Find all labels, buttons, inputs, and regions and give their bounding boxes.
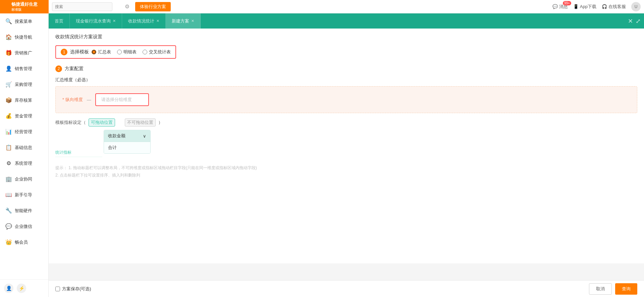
- maximize-icon[interactable]: ⤢: [636, 17, 641, 25]
- radio-detail-input[interactable]: [117, 50, 122, 54]
- cancel-button[interactable]: 取消: [589, 283, 612, 295]
- stats-area: 统计指标 收款金额 ∨ 合计: [55, 130, 637, 159]
- trial-button[interactable]: 体验行业方案: [135, 2, 171, 11]
- dim-section: 汇总维度（必选） * 纵向维度 — 请选择分组维度: [55, 77, 637, 113]
- search-area: [52, 2, 119, 11]
- sidebar-item-hardware[interactable]: 🔧 智能硬件: [0, 203, 48, 218]
- app-logo: 畅捷通好生意 标准版: [0, 0, 49, 13]
- radio-detail-label: 明细表: [123, 49, 137, 55]
- sidebar-item-search[interactable]: 🔍 搜索菜单: [0, 13, 48, 29]
- money-icon: 💰: [5, 113, 12, 119]
- sidebar-item-guide[interactable]: 📖 新手引导: [0, 187, 48, 203]
- tab-home[interactable]: 首页: [49, 13, 70, 29]
- step2-num: 2: [55, 65, 62, 72]
- col-dropdown-arrow[interactable]: ∨: [143, 134, 146, 139]
- tab-bar: 首页 现金银行流水查询 ✕ 收款情况统计 ✕ 新建方案 ✕ ✕ ⤢: [49, 13, 644, 29]
- radio-cross-label: 交叉统计表: [149, 49, 171, 55]
- sidebar-item-purchase[interactable]: 🛒 采购管理: [0, 77, 48, 92]
- tab-cashflow-label: 现金银行流水查询: [76, 18, 111, 24]
- step2-label: 方案配置: [65, 66, 84, 72]
- message-badge[interactable]: 💬 消息 99+: [552, 4, 568, 10]
- page-title: 收款情况统计方案设置: [55, 34, 637, 40]
- query-button[interactable]: 查询: [615, 283, 637, 295]
- sidebar-item-finance[interactable]: 💰 资金管理: [0, 108, 48, 124]
- indicator-table: 收款金额 ∨ 合计: [104, 130, 151, 154]
- tab-receipt-label: 收款情况统计: [128, 18, 154, 24]
- wechat-icon: 💬: [5, 223, 12, 230]
- dim-title: 汇总维度（必选）: [55, 77, 637, 83]
- service-label: 在线客服: [608, 4, 626, 10]
- sidebar-item-system[interactable]: ⚙ 系统管理: [0, 155, 48, 171]
- search-input[interactable]: [52, 2, 112, 11]
- sidebar-item-label: 企业协同: [15, 176, 32, 182]
- sidebar-item-enterprise[interactable]: 🏢 企业协同: [0, 171, 48, 187]
- sidebar-item-member[interactable]: 👑 畅会员: [0, 234, 48, 250]
- sidebar-item-marketing[interactable]: 🎁 营销推广: [0, 45, 48, 61]
- sidebar-item-nav[interactable]: 🏠 快捷导航: [0, 29, 48, 45]
- sidebar-item-management[interactable]: 📊 经营管理: [0, 124, 48, 140]
- dim-placeholder: 请选择分组维度: [101, 97, 132, 102]
- tab-receipt[interactable]: 收款情况统计 ✕: [122, 13, 166, 29]
- radio-detail[interactable]: 明细表: [117, 49, 137, 55]
- dim-title-text: 汇总维度（必选）: [55, 77, 90, 82]
- sidebar-icon-1[interactable]: 👤: [4, 284, 13, 293]
- save-checkbox[interactable]: [55, 287, 60, 291]
- radio-summary-input[interactable]: [92, 50, 96, 54]
- save-option[interactable]: 方案保存(可选): [55, 286, 91, 292]
- radio-summary[interactable]: 汇总表: [92, 49, 111, 55]
- tab-receipt-close[interactable]: ✕: [156, 19, 159, 23]
- page-content: 收款情况统计方案设置 1 选择模板 汇总表: [49, 29, 644, 280]
- sidebar-icon-2[interactable]: ⚡: [17, 284, 26, 293]
- download-label: App下载: [580, 4, 596, 10]
- service-link[interactable]: 🎧 在线客服: [602, 4, 626, 10]
- tips-section: 提示： 1. 拖动标题栏可以调整布局，不可跨维度或指标区域拖动栏目字段(只能在同…: [55, 164, 637, 179]
- gift-icon: 🎁: [5, 50, 12, 56]
- main-layout: 🔍 搜索菜单 🏠 快捷导航 🎁 营销推广 👤 销售管理 🛒 采购管理 📦 库存核…: [0, 13, 644, 297]
- tip-text-1: 提示： 1. 拖动标题栏可以调整布局，不可跨维度或指标区域拖动栏目字段(只能在同…: [55, 164, 257, 172]
- sidebar-item-label: 搜索菜单: [15, 18, 32, 24]
- sidebar-item-label: 销售管理: [15, 66, 32, 72]
- top-bar-right: 💬 消息 99+ 📱 App下载 🎧 在线客服 U: [552, 2, 641, 11]
- gear-icon[interactable]: ⚙: [122, 2, 132, 11]
- user-avatar[interactable]: U: [631, 2, 641, 11]
- sidebar-item-label: 营销推广: [15, 50, 32, 56]
- indicator-title-start: 模板指标设定（: [55, 119, 86, 126]
- tab-cashflow-close[interactable]: ✕: [113, 19, 116, 23]
- radio-cross[interactable]: 交叉统计表: [143, 49, 171, 55]
- dim-row: * 纵向维度 — 请选择分组维度: [62, 93, 630, 106]
- dim-arrow: —: [87, 97, 91, 102]
- sidebar-item-inventory[interactable]: 📦 库存核算: [0, 92, 48, 108]
- download-link[interactable]: 📱 App下载: [573, 4, 596, 10]
- tip-text-2: 2. 点击标题栏下拉可设置排序、插入列和删除列: [55, 172, 140, 179]
- stats-label: 统计指标: [55, 148, 102, 157]
- step2-section: 2 方案配置 汇总维度（必选） * 纵向维度 —: [55, 65, 637, 179]
- bottom-bar: 方案保存(可选) 取消 查询: [49, 280, 644, 297]
- save-label: 方案保存(可选): [62, 286, 91, 292]
- message-icon: 💬: [552, 4, 558, 9]
- tab-new-plan-label: 新建方案: [172, 18, 189, 24]
- sidebar-item-wechat[interactable]: 💬 企业微信: [0, 218, 48, 234]
- sidebar-item-label: 智能硬件: [15, 208, 32, 214]
- indicator-col-header[interactable]: 收款金额 ∨: [104, 130, 150, 142]
- download-icon: 📱: [573, 4, 579, 9]
- sidebar-item-label: 采购管理: [15, 82, 32, 88]
- chart-icon: 📊: [5, 129, 12, 135]
- radio-cross-input[interactable]: [143, 50, 147, 54]
- tab-home-label: 首页: [55, 18, 63, 24]
- tab-new-plan-close[interactable]: ✕: [191, 19, 194, 23]
- template-radio-group: 汇总表 明细表 交叉统计表: [92, 49, 171, 55]
- tab-cashflow[interactable]: 现金银行流水查询 ✕: [70, 13, 122, 29]
- indicator-settings: 模板指标设定（ 可拖动位置 不可拖动位置 ） 统计指标 收款金额: [55, 118, 637, 159]
- sidebar-item-basic-info[interactable]: 📋 基础信息: [0, 140, 48, 155]
- home-icon: 🏠: [5, 34, 12, 40]
- sidebar-item-sales[interactable]: 👤 销售管理: [0, 61, 48, 77]
- close-window-icon[interactable]: ✕: [628, 17, 633, 25]
- indicator-header: 模板指标设定（ 可拖动位置 不可拖动位置 ）: [55, 118, 637, 127]
- tab-new-plan[interactable]: 新建方案 ✕: [166, 13, 201, 29]
- sidebar-bottom: 👤 ⚡: [0, 279, 48, 297]
- col-header-text: 收款金额: [108, 133, 125, 139]
- dim-select[interactable]: 请选择分组维度: [95, 93, 149, 106]
- person-icon: 👤: [5, 65, 12, 72]
- sidebar-item-label: 库存核算: [15, 97, 32, 103]
- cart-icon: 🛒: [5, 81, 12, 88]
